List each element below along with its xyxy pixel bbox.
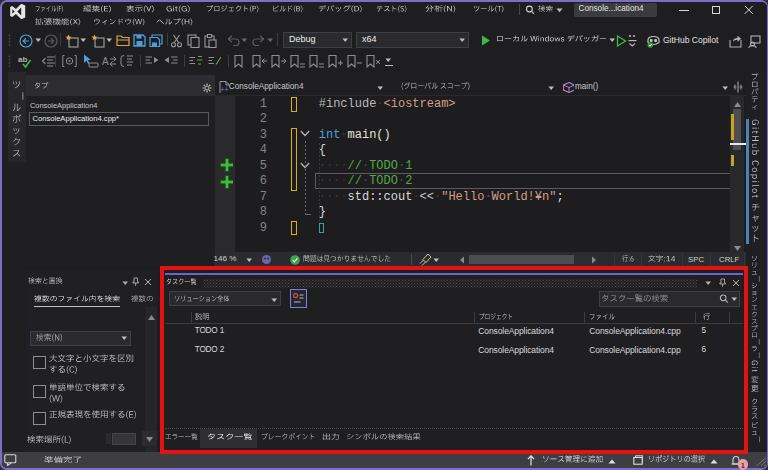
svg-text:++: ++: [221, 86, 229, 93]
svg-text:A: A: [102, 56, 109, 67]
svg-text:ab: ab: [18, 55, 27, 64]
